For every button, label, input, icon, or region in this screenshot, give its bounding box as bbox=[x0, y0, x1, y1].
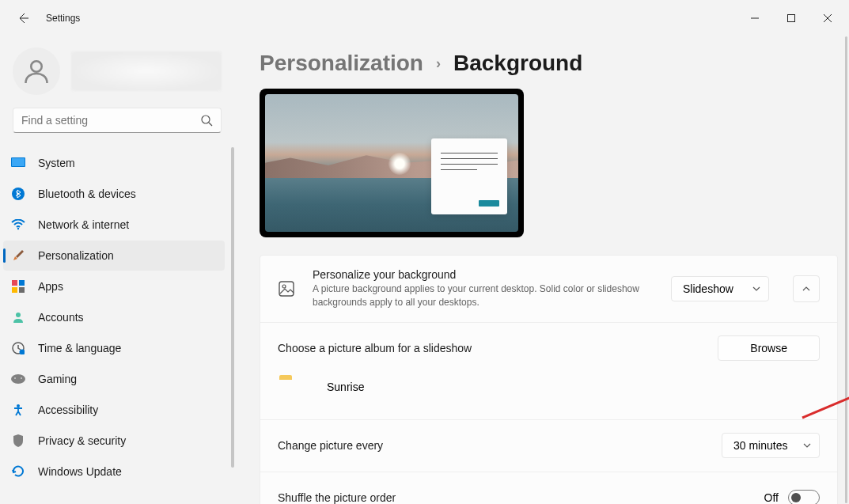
sidebar-item-gaming[interactable]: Gaming bbox=[3, 364, 225, 394]
chevron-up-icon bbox=[802, 284, 811, 294]
title-bar: Settings bbox=[0, 0, 849, 36]
interval-dropdown[interactable]: 30 minutes bbox=[722, 433, 820, 458]
nav-label: Bluetooth & devices bbox=[38, 188, 136, 200]
maximize-icon bbox=[787, 14, 795, 22]
sidebar-item-accessibility[interactable]: Accessibility bbox=[3, 395, 225, 425]
dropdown-value: Slideshow bbox=[683, 282, 733, 295]
nav-label: Accessibility bbox=[38, 404, 98, 416]
nav-label: Personalization bbox=[38, 249, 114, 262]
window-title: Settings bbox=[46, 13, 80, 24]
expand-button[interactable] bbox=[793, 275, 820, 302]
album-row: Choose a picture album for a slideshow B… bbox=[260, 322, 837, 419]
sidebar-item-privacy[interactable]: Privacy & security bbox=[3, 426, 225, 456]
scrollbar[interactable] bbox=[845, 36, 847, 503]
main-content: Personalization › Background Personaliz bbox=[234, 36, 849, 504]
user-name-redacted bbox=[71, 51, 222, 91]
change-picture-row: Change picture every 30 minutes bbox=[260, 419, 837, 472]
sidebar-item-accounts[interactable]: Accounts bbox=[3, 302, 225, 332]
svg-rect-11 bbox=[12, 280, 17, 286]
bluetooth-icon bbox=[11, 187, 25, 201]
back-button[interactable] bbox=[8, 3, 38, 33]
breadcrumb-parent[interactable]: Personalization bbox=[260, 51, 423, 76]
shuffle-toggle[interactable] bbox=[788, 490, 820, 504]
svg-rect-12 bbox=[19, 280, 25, 286]
update-icon bbox=[11, 464, 25, 479]
page-title: Background bbox=[453, 51, 582, 76]
nav-label: Time & language bbox=[38, 342, 121, 354]
sidebar-item-bluetooth[interactable]: Bluetooth & devices bbox=[3, 179, 225, 209]
clock-icon bbox=[11, 341, 25, 355]
background-settings-card: Personalize your background A picture ba… bbox=[260, 255, 838, 504]
svg-rect-22 bbox=[279, 282, 294, 296]
search-field[interactable] bbox=[21, 114, 200, 127]
svg-point-23 bbox=[282, 285, 286, 288]
nav-label: Windows Update bbox=[38, 465, 122, 478]
minimize-icon bbox=[751, 14, 759, 22]
svg-point-20 bbox=[21, 377, 22, 379]
sidebar: System Bluetooth & devices Network & int… bbox=[0, 36, 234, 504]
svg-point-19 bbox=[14, 377, 16, 379]
svg-line-6 bbox=[209, 123, 212, 126]
svg-point-18 bbox=[11, 374, 25, 384]
sidebar-item-time[interactable]: Time & language bbox=[3, 333, 225, 363]
shield-icon bbox=[11, 434, 25, 448]
nav-label: Privacy & security bbox=[38, 434, 126, 447]
arrow-left-icon bbox=[17, 12, 29, 25]
row-title: Change picture every bbox=[278, 439, 704, 452]
nav-label: Gaming bbox=[38, 373, 77, 385]
selected-album[interactable]: Sunrise bbox=[278, 370, 820, 407]
shuffle-row: Shuffle the picture order Off bbox=[260, 472, 837, 504]
preview-window bbox=[431, 138, 507, 214]
personalize-background-row[interactable]: Personalize your background A picture ba… bbox=[260, 256, 837, 322]
sidebar-item-update[interactable]: Windows Update bbox=[3, 457, 225, 487]
chevron-right-icon: › bbox=[436, 55, 441, 72]
nav-label: System bbox=[38, 157, 75, 169]
close-button[interactable] bbox=[809, 0, 846, 36]
svg-point-15 bbox=[16, 313, 21, 317]
svg-point-5 bbox=[202, 116, 210, 123]
svg-rect-14 bbox=[19, 287, 25, 293]
search-icon bbox=[200, 114, 213, 127]
toggle-label: Off bbox=[764, 491, 779, 504]
dropdown-value: 30 minutes bbox=[733, 439, 787, 452]
sidebar-item-apps[interactable]: Apps bbox=[3, 271, 225, 301]
display-icon bbox=[11, 156, 25, 170]
browse-button[interactable]: Browse bbox=[718, 335, 820, 361]
row-title: Shuffle the picture order bbox=[278, 491, 747, 504]
user-account[interactable] bbox=[0, 44, 234, 108]
chevron-down-icon bbox=[803, 441, 811, 449]
desktop-preview bbox=[260, 89, 524, 237]
svg-rect-13 bbox=[12, 287, 17, 293]
folder-name: Sunrise bbox=[327, 381, 364, 393]
apps-icon bbox=[11, 279, 25, 294]
search-input[interactable] bbox=[13, 108, 222, 133]
person-icon bbox=[22, 57, 51, 85]
window-controls bbox=[737, 0, 846, 36]
chevron-down-icon bbox=[752, 285, 760, 293]
minimize-button[interactable] bbox=[737, 0, 773, 36]
svg-point-21 bbox=[17, 404, 20, 407]
nav: System Bluetooth & devices Network & int… bbox=[0, 147, 234, 504]
picture-icon bbox=[278, 280, 295, 297]
svg-rect-1 bbox=[788, 15, 795, 22]
nav-label: Accounts bbox=[38, 311, 84, 324]
sidebar-item-network[interactable]: Network & internet bbox=[3, 210, 225, 240]
gaming-icon bbox=[11, 372, 25, 386]
sidebar-item-personalization[interactable]: Personalization bbox=[3, 241, 225, 271]
preview-wallpaper bbox=[265, 94, 518, 232]
maximize-button[interactable] bbox=[773, 0, 809, 36]
folder-icon bbox=[279, 375, 308, 399]
svg-point-10 bbox=[17, 228, 19, 229]
svg-point-4 bbox=[31, 61, 42, 72]
accessibility-icon bbox=[11, 403, 25, 417]
row-title: Personalize your background bbox=[313, 268, 654, 281]
svg-rect-8 bbox=[12, 158, 25, 166]
background-type-dropdown[interactable]: Slideshow bbox=[671, 276, 769, 301]
close-icon bbox=[824, 14, 832, 22]
row-title: Choose a picture album for a slideshow bbox=[278, 342, 718, 354]
sidebar-item-system[interactable]: System bbox=[3, 148, 225, 178]
nav-label: Network & internet bbox=[38, 218, 129, 231]
avatar bbox=[13, 47, 60, 95]
accounts-icon bbox=[11, 310, 25, 324]
nav-label: Apps bbox=[38, 280, 63, 293]
